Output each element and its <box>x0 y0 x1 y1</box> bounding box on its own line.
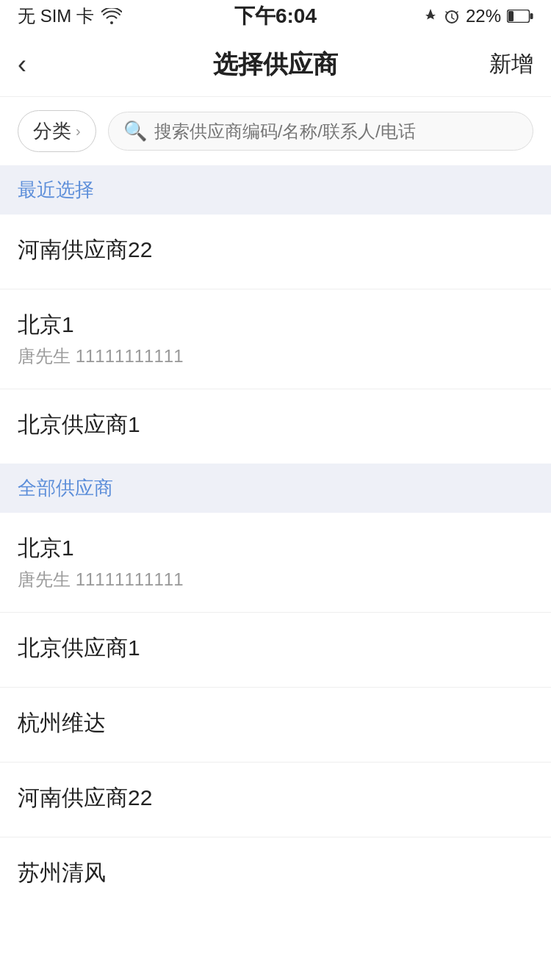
item-name: 苏州清风 <box>18 858 533 888</box>
filter-bar: 分类 › 🔍 <box>0 97 551 165</box>
list-item[interactable]: 河南供应商22 <box>0 215 551 289</box>
category-label: 分类 <box>33 118 71 144</box>
item-name: 北京1 <box>18 310 533 340</box>
battery-icon <box>507 10 533 23</box>
alarm-icon <box>444 8 460 24</box>
item-name: 杭州维达 <box>18 708 533 738</box>
list-item[interactable]: 河南供应商22 <box>0 763 551 837</box>
chevron-right-icon: › <box>76 123 81 140</box>
sim-status: 无 SIM 卡 <box>18 4 94 28</box>
list-item[interactable]: 北京供应商1 <box>0 389 551 464</box>
status-left: 无 SIM 卡 <box>18 4 122 28</box>
list-item[interactable]: 杭州维达 <box>0 688 551 763</box>
list-item[interactable]: 北京1唐先生 11111111111 <box>0 513 551 613</box>
page-title: 选择供应商 <box>213 48 338 82</box>
wifi-icon <box>101 8 122 24</box>
recent-list: 河南供应商22北京1唐先生 11111111111北京供应商1 <box>0 215 551 464</box>
nav-bar: ‹ 选择供应商 新增 <box>0 32 551 97</box>
item-sub: 唐先生 11111111111 <box>18 568 533 591</box>
item-sub: 唐先生 11111111111 <box>18 345 533 368</box>
status-time: 下午6:04 <box>234 2 317 30</box>
location-icon <box>423 8 438 24</box>
svg-rect-2 <box>508 11 514 21</box>
list-item[interactable]: 北京供应商1 <box>0 613 551 688</box>
back-button[interactable]: ‹ <box>18 49 62 80</box>
item-name: 北京供应商1 <box>18 410 533 440</box>
search-input[interactable] <box>154 121 518 142</box>
item-name: 北京供应商1 <box>18 633 533 663</box>
status-right: 22% <box>423 6 533 26</box>
item-name: 北京1 <box>18 533 533 563</box>
recent-section-header: 最近选择 <box>0 165 551 215</box>
category-button[interactable]: 分类 › <box>18 110 96 152</box>
list-item[interactable]: 北京1唐先生 11111111111 <box>0 289 551 389</box>
search-box[interactable]: 🔍 <box>108 112 533 151</box>
battery-level: 22% <box>466 6 501 26</box>
svg-rect-3 <box>530 13 533 19</box>
add-button[interactable]: 新增 <box>489 49 533 79</box>
all-list: 北京1唐先生 11111111111北京供应商1杭州维达河南供应商22苏州清风 <box>0 513 551 912</box>
status-bar: 无 SIM 卡 下午6:04 22% <box>0 0 551 32</box>
search-icon: 🔍 <box>123 120 147 143</box>
item-name: 河南供应商22 <box>18 783 533 813</box>
item-name: 河南供应商22 <box>18 235 533 265</box>
all-section-header: 全部供应商 <box>0 464 551 513</box>
list-item[interactable]: 苏州清风 <box>0 837 551 912</box>
